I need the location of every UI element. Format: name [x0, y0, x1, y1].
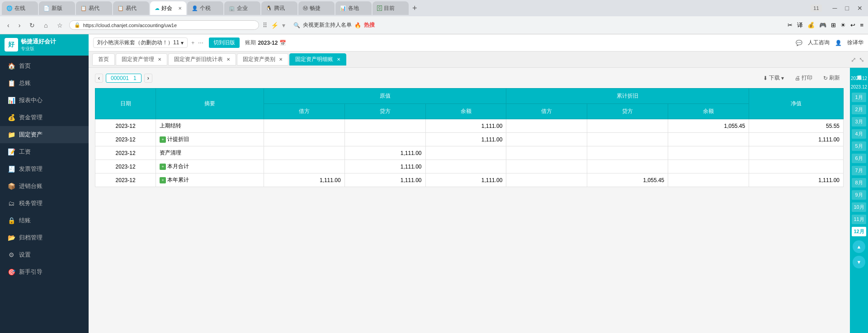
browser-tab-xinban[interactable]: 📄 新版	[39, 1, 75, 15]
th-net-value: 净值	[749, 89, 844, 119]
scroll-up-button[interactable]: ▲	[853, 240, 865, 253]
settings-dots-button[interactable]: ⋯	[198, 40, 203, 46]
expand-panel-button[interactable]: ⤡	[859, 56, 864, 63]
maximize-button[interactable]: □	[842, 3, 853, 14]
collapse-panel-button[interactable]: ⤢	[851, 56, 856, 63]
period-month-4[interactable]: 4月	[852, 129, 866, 139]
add-company-button[interactable]: +	[189, 39, 196, 47]
refresh-button[interactable]: ↻ 刷新	[820, 72, 844, 84]
period-month-8[interactable]: 8月	[852, 178, 866, 188]
print-button[interactable]: 🖨 打印	[791, 72, 816, 84]
sidebar-label-checkout: 结账	[19, 216, 31, 225]
sidebar-item-general-ledger[interactable]: 📋 总账	[0, 75, 89, 92]
sidebar-item-settings[interactable]: ⚙ 设置	[0, 246, 89, 263]
table-row[interactable]: 2023-12 资产清理 1,111.00	[95, 146, 844, 160]
period-month-1[interactable]: 1月	[852, 93, 866, 102]
tab-close-fixed-mgmt[interactable]: ✕	[158, 57, 161, 62]
period-month-11[interactable]: 11月	[852, 215, 866, 224]
hot-search-icon: 🔥	[354, 22, 361, 28]
th-original-value: 原值	[264, 89, 506, 104]
cell-orig-debit	[264, 146, 344, 160]
period-month-9[interactable]: 9月	[852, 190, 866, 200]
calendar-icon[interactable]: 📅	[279, 40, 286, 46]
cell-orig-balance: 1,111.00	[425, 119, 506, 133]
sidebar-item-archive[interactable]: 📂 归档管理	[0, 229, 89, 246]
row-tag-icon: +	[160, 164, 166, 170]
table-row[interactable]: 2023-12 +本年累计 1,111.00 1,111.00 1,111.00…	[95, 174, 844, 187]
period-month-6[interactable]: 6月	[852, 154, 866, 163]
tab-asset-category[interactable]: 固定资产类别 ✕	[237, 53, 288, 66]
close-button[interactable]: ✕	[854, 3, 866, 14]
company-selector[interactable]: 刘小艳演示账套（勿删勿动！）11 ▾	[93, 38, 188, 48]
cell-date: 2023-12	[95, 174, 156, 187]
browser-tab-yidai2[interactable]: 📋 易代	[113, 1, 149, 15]
th-orig-debit: 借方	[264, 104, 344, 119]
browser-tab-haohui[interactable]: ☁ 好会 ✕	[150, 1, 186, 15]
browser-tab-yidai1[interactable]: 📋 易代	[76, 1, 112, 15]
right-period-panel: 期间选择 2023.12 2023.12 1月 2月 3月 4月 5月 6月 7…	[850, 68, 868, 333]
period-month-10[interactable]: 10月	[852, 202, 866, 212]
user-name[interactable]: 徐译华	[847, 39, 863, 47]
period-month-3[interactable]: 3月	[852, 117, 866, 127]
sidebar-label-home: 首页	[19, 62, 31, 70]
browser-tab-qiye[interactable]: 🏢 企业	[224, 1, 260, 15]
sidebar-label-settings: 设置	[19, 251, 31, 259]
prev-page-button[interactable]: ‹	[95, 74, 103, 83]
reports-icon: 📊	[7, 97, 15, 104]
browser-tab-changjie[interactable]: Ⓜ 畅捷	[298, 1, 335, 15]
menu-icon: ≡	[860, 22, 863, 28]
period-month-7[interactable]: 7月	[852, 166, 866, 175]
table-row[interactable]: 2023-12 +计提折旧 1,111.00 1,111.00	[95, 133, 844, 146]
tab-asset-detail-ledger[interactable]: 固定资产明细账 ✕	[289, 53, 346, 66]
next-page-button[interactable]: ›	[144, 74, 152, 83]
home-button[interactable]: ⌂	[41, 21, 50, 30]
table-row[interactable]: 2023-12 上期结转 1,111.00 1,055.45 55.55	[95, 119, 844, 133]
period-month-5[interactable]: 5月	[852, 141, 866, 151]
cell-summary: +计提折旧	[156, 133, 264, 146]
sidebar-item-invoices[interactable]: 🧾 发票管理	[0, 160, 89, 178]
browser-tab-zaizaixian[interactable]: 🌐 在线	[2, 1, 38, 15]
period-month-12[interactable]: 12月	[852, 227, 866, 236]
sidebar-item-guide[interactable]: 🎯 新手引导	[0, 263, 89, 281]
minimize-button[interactable]: ─	[829, 3, 841, 14]
tab-close-detail[interactable]: ✕	[337, 57, 340, 62]
sidebar-item-payroll[interactable]: 📝 工资	[0, 143, 89, 160]
tab-close-icon[interactable]: ✕	[178, 6, 182, 11]
browser-tab-geshui[interactable]: 👤 个税	[187, 1, 223, 15]
table-row[interactable]: 2023-12 +本月合计 1,111.00	[95, 160, 844, 174]
browser-tab-tengxun[interactable]: 🐧 腾讯	[261, 1, 297, 15]
tab-label: 目前	[384, 5, 395, 12]
cell-dep-balance	[668, 174, 749, 187]
sidebar-item-reports[interactable]: 📊 报表中心	[0, 92, 89, 109]
tab-fixed-assets-mgmt[interactable]: 固定资产管理 ✕	[116, 53, 167, 66]
support-label[interactable]: 人工咨询	[808, 39, 830, 47]
sidebar-item-tax[interactable]: 🗂 税务管理	[0, 195, 89, 212]
sidebar-item-funds[interactable]: 💰 资金管理	[0, 109, 89, 126]
tab-close-depreciation[interactable]: ✕	[226, 57, 230, 62]
browser-tab-gedi[interactable]: 📊 各地	[335, 1, 372, 15]
search-icon: 🔍	[293, 22, 300, 28]
tab-count-badge[interactable]: 11	[811, 5, 821, 12]
back-button[interactable]: ‹	[5, 21, 12, 30]
browser-tab-muqian[interactable]: 🅂 目前	[373, 1, 409, 15]
sidebar-item-fixed-assets[interactable]: 📁 固定资产	[0, 126, 89, 143]
sidebar-item-purchase-sales[interactable]: 📦 进销台账	[0, 178, 89, 195]
bookmark-button[interactable]: ☆	[54, 21, 66, 30]
address-bar-url[interactable]: https://cloud.chanjet.com/accounting/uw1…	[83, 23, 177, 28]
new-tab-button[interactable]: +	[410, 4, 420, 13]
switch-version-button[interactable]: 切到旧版	[209, 38, 240, 48]
download-button[interactable]: ⬇ 下载 ▾	[760, 72, 788, 84]
sidebar-item-checkout[interactable]: 🔒 结账	[0, 212, 89, 229]
row-tag-icon: +	[160, 136, 166, 143]
payroll-icon: 📝	[7, 148, 15, 155]
scroll-down-button[interactable]: ▼	[853, 256, 865, 268]
sidebar-item-home[interactable]: 🏠 首页	[0, 57, 89, 75]
tab-depreciation-stats[interactable]: 固定资产折旧统计表 ✕	[168, 53, 236, 66]
forward-button[interactable]: ›	[16, 21, 24, 30]
tab-home[interactable]: 首页	[92, 53, 115, 66]
scissors-icon: ✂	[788, 22, 793, 28]
tab-close-category[interactable]: ✕	[279, 57, 283, 62]
period-month-2[interactable]: 2月	[852, 105, 866, 114]
cell-dep-balance	[668, 160, 749, 174]
reload-button[interactable]: ↻	[27, 21, 38, 30]
